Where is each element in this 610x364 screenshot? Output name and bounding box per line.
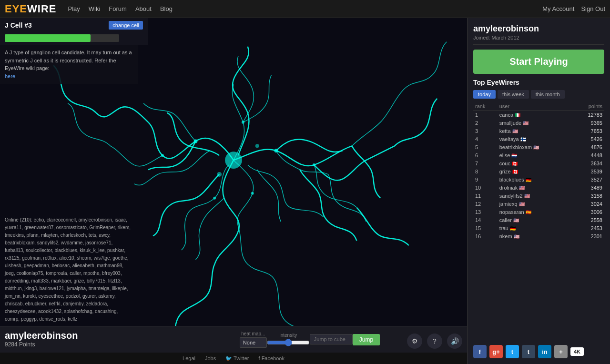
nav-blog[interactable]: Blog <box>160 5 173 12</box>
plus-icon[interactable]: + <box>554 345 568 358</box>
table-row: 9 blackblues 🇩🇪 3527 <box>473 175 604 183</box>
user-header: user <box>498 102 573 111</box>
user-cell[interactable]: elise 🇳🇱 <box>498 151 573 159</box>
tab-today[interactable]: today <box>473 90 496 99</box>
online-users-list: echo, claireoconnell, amyleerobinson, is… <box>5 217 131 322</box>
user-cell[interactable]: trau 🇩🇪 <box>498 224 573 232</box>
user-cell[interactable]: sandylifs2 🇺🇸 <box>498 192 573 200</box>
jump-button[interactable]: Jump <box>353 334 380 345</box>
settings-icon[interactable]: ⚙ <box>407 334 422 349</box>
points-cell: 3634 <box>572 159 604 167</box>
flag-icon: 🇺🇸 <box>533 145 539 150</box>
wiki-link[interactable]: here <box>5 73 15 79</box>
points-header: points <box>572 102 604 111</box>
user-cell[interactable]: blackblues 🇩🇪 <box>498 175 573 183</box>
heat-map-label: heat map... <box>240 331 267 336</box>
table-row: 7 couc 🇨🇦 3634 <box>473 159 604 167</box>
twitter-link[interactable]: 🐦 Twitter <box>225 355 249 362</box>
svg-point-4 <box>161 154 164 157</box>
tab-this-week[interactable]: this week <box>498 90 529 99</box>
top-eyewirers-title: Top EyeWirers <box>473 79 604 86</box>
user-cell[interactable]: jamiexq 🇺🇸 <box>498 200 573 208</box>
flag-icon: 🇺🇸 <box>513 218 519 223</box>
nav-forum[interactable]: Forum <box>109 5 127 12</box>
online-users-panel: Online (210): echo, claireoconnell, amyl… <box>0 213 138 326</box>
rank-cell: 12 <box>473 200 498 208</box>
rank-cell: 13 <box>473 208 498 216</box>
tumblr-icon[interactable]: t <box>522 345 535 358</box>
user-cell[interactable]: nopasaran 🇪🇸 <box>498 208 573 216</box>
points-cell: 7653 <box>572 127 604 135</box>
user-cell[interactable]: drolniak 🇺🇸 <box>498 183 573 192</box>
my-account-link[interactable]: My Account <box>542 5 574 12</box>
svg-point-9 <box>255 144 259 148</box>
footer: Legal Jobs 🐦 Twitter f Facebook <box>0 353 467 364</box>
rank-cell: 14 <box>473 216 498 224</box>
facebook-link[interactable]: f Facebook <box>259 355 285 361</box>
leaderboard-body: 1 canca 🇮🇹 12783 2 smalljude 🇺🇸 9365 3 k… <box>473 111 604 241</box>
linkedin-icon[interactable]: in <box>538 345 551 358</box>
time-tabs: today this week this month <box>473 90 604 99</box>
points-cell: 5426 <box>572 135 604 143</box>
points-cell: 2301 <box>572 232 604 240</box>
bottom-points: 9284 Points <box>5 341 78 348</box>
change-cell-button[interactable]: change cell <box>109 21 143 30</box>
facebook-icon[interactable]: f <box>473 345 487 358</box>
user-cell[interactable]: couc 🇨🇦 <box>498 159 573 167</box>
nav-wiki[interactable]: Wiki <box>89 5 101 12</box>
table-row: 1 canca 🇮🇹 12783 <box>473 111 604 119</box>
rank-cell: 8 <box>473 167 498 175</box>
points-cell: 4448 <box>572 151 604 159</box>
legal-link[interactable]: Legal <box>183 355 195 361</box>
progress-bar-background <box>5 34 119 42</box>
rank-cell: 15 <box>473 224 498 232</box>
table-row: 11 sandylifs2 🇺🇸 3158 <box>473 192 604 200</box>
rank-cell: 1 <box>473 111 498 119</box>
svg-point-5 <box>242 121 244 124</box>
start-playing-button[interactable]: Start Playing <box>473 50 604 74</box>
user-cell[interactable]: ketta 🇺🇸 <box>498 127 573 135</box>
4k-badge: 4K <box>570 347 584 356</box>
flag-icon: 🇺🇸 <box>519 185 525 191</box>
bottom-username: amyleerobinson <box>5 330 78 341</box>
user-cell[interactable]: canca 🇮🇹 <box>498 111 573 119</box>
points-cell: 2453 <box>572 224 604 232</box>
twitter-icon[interactable]: t <box>506 345 519 358</box>
jobs-link[interactable]: Jobs <box>205 355 216 361</box>
rank-cell: 6 <box>473 151 498 159</box>
user-cell[interactable]: smalljude 🇺🇸 <box>498 119 573 127</box>
cell-description-text: A J type of ganglion cell candidate. It … <box>5 50 132 71</box>
table-row: 6 elise 🇳🇱 4448 <box>473 151 604 159</box>
rank-header: rank <box>473 102 498 111</box>
help-icon[interactable]: ? <box>427 334 442 349</box>
rank-cell: 7 <box>473 159 498 167</box>
progress-bar-fill <box>5 34 91 42</box>
heat-map-select[interactable]: None <box>240 337 267 348</box>
table-row: 4 vaeltaya 🇫🇮 5426 <box>473 135 604 143</box>
profile-username: amyleerobinson <box>473 24 604 34</box>
nav-play[interactable]: Play <box>68 5 80 12</box>
user-cell[interactable]: vaeltaya 🇫🇮 <box>498 135 573 143</box>
volume-icon[interactable]: 🔊 <box>447 334 462 349</box>
table-row: 5 beatrixbloxam 🇺🇸 4876 <box>473 143 604 151</box>
logo: EYEWIRE <box>5 3 56 15</box>
facebook-footer-icon: f <box>259 355 260 361</box>
tab-this-month[interactable]: this month <box>531 90 565 99</box>
nav-about[interactable]: About <box>135 5 152 12</box>
points-cell: 3489 <box>572 183 604 192</box>
table-row: 8 grize 🇨🇦 3539 <box>473 167 604 175</box>
user-cell[interactable]: nkem 🇺🇸 <box>498 232 573 240</box>
google-plus-icon[interactable]: g+ <box>489 345 503 358</box>
sign-out-link[interactable]: Sign Out <box>581 5 605 12</box>
flag-icon: 🇩🇪 <box>526 177 531 182</box>
user-cell[interactable]: caller 🇺🇸 <box>498 216 573 224</box>
online-count-label: Online (210): <box>5 217 32 222</box>
left-panel: J Cell #3 change cell A J type of gangli… <box>0 18 148 84</box>
jump-to-cube-input[interactable] <box>310 334 353 344</box>
svg-point-3 <box>313 163 315 166</box>
profile-joined: Joined: March 2012 <box>473 35 604 40</box>
user-cell[interactable]: grize 🇨🇦 <box>498 167 573 175</box>
flag-icon: 🇳🇱 <box>511 153 517 158</box>
user-cell[interactable]: beatrixbloxam 🇺🇸 <box>498 143 573 151</box>
intensity-slider[interactable] <box>267 339 310 346</box>
